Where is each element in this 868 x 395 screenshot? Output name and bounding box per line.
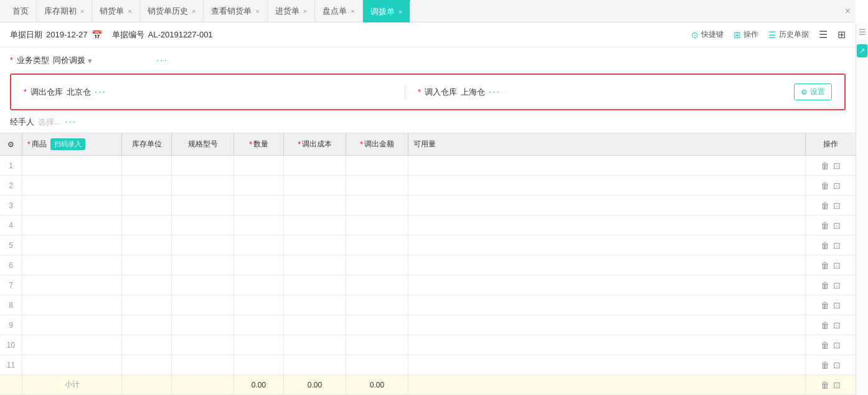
row-amount-1[interactable] (346, 156, 408, 175)
layout-grid-icon[interactable]: ⊞ (837, 29, 846, 40)
delete-icon-9[interactable]: 🗑 (821, 320, 829, 330)
operation-action[interactable]: ⊞ 操作 (734, 29, 758, 40)
row-spec-11[interactable] (172, 355, 234, 374)
row-spec-8[interactable] (172, 295, 234, 315)
copy-icon-7[interactable]: ⊡ (833, 280, 841, 290)
th-settings[interactable]: ⚙ (0, 133, 22, 155)
tab-inventory-init[interactable]: 库存期初 × (37, 0, 92, 22)
row-cost-6[interactable] (284, 255, 346, 275)
row-unit-3[interactable] (122, 196, 172, 215)
delete-icon-6[interactable]: 🗑 (821, 260, 829, 270)
row-goods-6[interactable] (22, 255, 122, 275)
subtotal-copy-icon[interactable]: ⊡ (833, 380, 841, 390)
row-cost-1[interactable] (284, 156, 346, 175)
row-amount-4[interactable] (346, 216, 408, 235)
row-qty-11[interactable] (234, 355, 284, 374)
delete-icon-2[interactable]: 🗑 (821, 181, 829, 191)
history-action[interactable]: ☰ 历史单据 (768, 29, 809, 40)
warehouse-out-more-btn[interactable]: ··· (95, 87, 106, 98)
row-available-11[interactable] (408, 355, 806, 374)
row-unit-5[interactable] (122, 236, 172, 255)
row-goods-8[interactable] (22, 295, 122, 315)
row-qty-9[interactable] (234, 315, 284, 335)
row-cost-8[interactable] (284, 295, 346, 315)
row-available-5[interactable] (408, 236, 806, 255)
close-tab-purchase-order[interactable]: × (303, 7, 307, 15)
row-available-2[interactable] (408, 176, 806, 195)
row-cost-3[interactable] (284, 196, 346, 215)
row-unit-1[interactable] (122, 156, 172, 175)
close-tab-inventory-init[interactable]: × (80, 7, 84, 15)
row-goods-11[interactable] (22, 355, 122, 374)
sidebar-expand-icon[interactable]: ↗ (857, 44, 867, 57)
warehouse-in-more-btn[interactable]: ··· (489, 87, 501, 98)
row-spec-5[interactable] (172, 236, 234, 255)
close-tab-sales-history[interactable]: × (192, 7, 196, 15)
row-goods-2[interactable] (22, 176, 122, 195)
row-goods-10[interactable] (22, 335, 122, 355)
row-unit-11[interactable] (122, 355, 172, 374)
date-value[interactable]: 2019-12-27 (46, 30, 88, 39)
row-qty-2[interactable] (234, 176, 284, 195)
warehouse-in-value[interactable]: 上海仓 (461, 87, 485, 98)
tab-stocktake[interactable]: 盘点单 × (315, 0, 362, 22)
handler-more-btn[interactable]: ··· (65, 117, 77, 128)
row-goods-9[interactable] (22, 315, 122, 335)
tab-purchase-order[interactable]: 进货单 × (268, 0, 315, 22)
close-tab-stocktake[interactable]: × (351, 7, 354, 15)
copy-icon-10[interactable]: ⊡ (833, 340, 841, 350)
shortcut-action[interactable]: ⊙ 快捷键 (691, 29, 724, 40)
row-spec-10[interactable] (172, 335, 234, 355)
row-unit-2[interactable] (122, 176, 172, 195)
row-spec-1[interactable] (172, 156, 234, 175)
row-spec-2[interactable] (172, 176, 234, 195)
delete-icon-11[interactable]: 🗑 (821, 360, 829, 370)
delete-icon-4[interactable]: 🗑 (821, 221, 829, 231)
row-qty-7[interactable] (234, 275, 284, 295)
row-available-4[interactable] (408, 216, 806, 235)
row-amount-8[interactable] (346, 295, 408, 315)
delete-icon-7[interactable]: 🗑 (821, 280, 829, 290)
tab-sales-history[interactable]: 销货单历史 × (140, 0, 204, 22)
row-spec-9[interactable] (172, 315, 234, 335)
copy-icon-8[interactable]: ⊡ (833, 300, 841, 310)
copy-icon-9[interactable]: ⊡ (833, 320, 841, 330)
row-amount-2[interactable] (346, 176, 408, 195)
row-available-1[interactable] (408, 156, 806, 175)
copy-icon-4[interactable]: ⊡ (833, 221, 841, 231)
delete-icon-10[interactable]: 🗑 (821, 340, 829, 350)
scan-btn[interactable]: 扫码录入 (50, 138, 85, 150)
delete-icon-3[interactable]: 🗑 (821, 201, 829, 211)
row-amount-7[interactable] (346, 275, 408, 295)
row-available-3[interactable] (408, 196, 806, 215)
row-spec-4[interactable] (172, 216, 234, 235)
close-tab-view-sales[interactable]: × (255, 7, 259, 15)
copy-icon-1[interactable]: ⊡ (833, 161, 841, 171)
tab-view-sales[interactable]: 查看销货单 × (204, 0, 267, 22)
row-available-7[interactable] (408, 275, 806, 295)
calendar-icon[interactable]: 📅 (92, 30, 102, 40)
row-unit-8[interactable] (122, 295, 172, 315)
row-unit-10[interactable] (122, 335, 172, 355)
copy-icon-6[interactable]: ⊡ (833, 260, 841, 270)
row-cost-11[interactable] (284, 355, 346, 374)
row-cost-9[interactable] (284, 315, 346, 335)
row-amount-10[interactable] (346, 335, 408, 355)
row-cost-7[interactable] (284, 275, 346, 295)
close-tab-sales-order[interactable]: × (128, 7, 131, 15)
handler-input[interactable]: 选择... (38, 117, 61, 128)
row-amount-9[interactable] (346, 315, 408, 335)
biz-type-select[interactable]: 同价调拨 ▾ (53, 55, 153, 66)
global-close-button[interactable]: × (845, 6, 851, 17)
row-cost-4[interactable] (284, 216, 346, 235)
row-amount-11[interactable] (346, 355, 408, 374)
biz-type-more-btn[interactable]: ··· (156, 55, 168, 66)
copy-icon-11[interactable]: ⊡ (833, 360, 841, 370)
copy-icon-5[interactable]: ⊡ (833, 240, 841, 250)
row-qty-10[interactable] (234, 335, 284, 355)
row-amount-6[interactable] (346, 255, 408, 275)
tab-transfer[interactable]: 调拨单 × (363, 0, 410, 22)
sidebar-list-icon[interactable]: ☰ (859, 27, 866, 37)
copy-icon-2[interactable]: ⊡ (833, 181, 841, 191)
row-amount-3[interactable] (346, 196, 408, 215)
